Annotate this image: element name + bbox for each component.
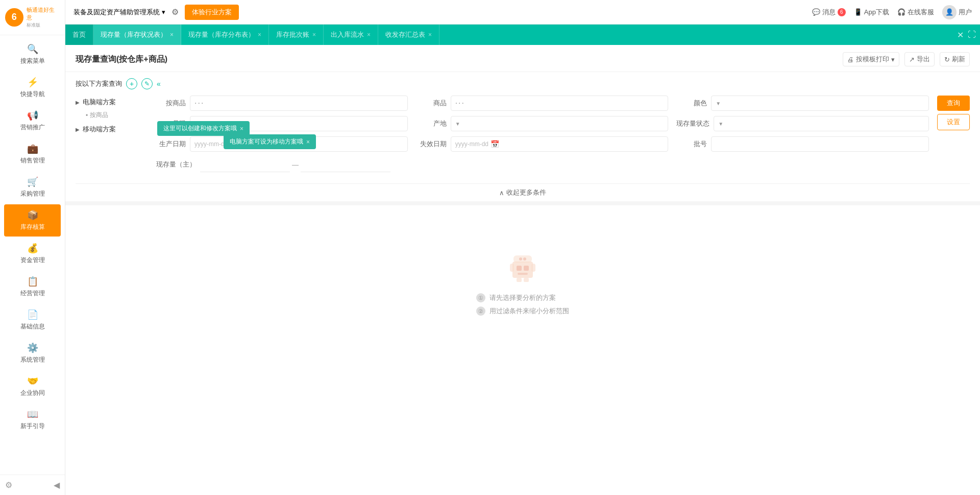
inventory-icon: 📦 xyxy=(27,209,38,221)
query-button[interactable]: 查询 xyxy=(937,96,970,111)
system-title[interactable]: 装备及固定资产辅助管理系统 ▾ xyxy=(74,8,165,17)
origin-input[interactable]: ▼ xyxy=(451,116,669,131)
color-label: 颜色 xyxy=(676,99,707,108)
sub-scheme-label: 按商品 xyxy=(90,111,108,120)
search-icon: 🔍 xyxy=(27,43,38,55)
expire-date-start[interactable]: yyyy-mm-dd 📅 xyxy=(451,136,669,152)
tab-summary[interactable]: 收发存汇总表 × xyxy=(378,25,439,45)
message-button[interactable]: 💬 消息 6 xyxy=(812,8,846,17)
filter-edit-button[interactable]: ✎ xyxy=(141,78,153,89)
category-input[interactable]: ··· xyxy=(190,96,408,111)
tab-close-icon[interactable]: × xyxy=(367,31,371,38)
empty-state: ① 请先选择要分析的方案 ② 用过滤条件来缩小分析范围 xyxy=(65,205,980,357)
category-label: 按商品 xyxy=(155,99,186,108)
collapse-row: ∧ 收起更多条件 xyxy=(76,183,970,201)
sidebar-item-basic[interactable]: 📄 基础信息 xyxy=(4,304,61,336)
filter-header: 按以下方案查询 + ✎ « 电脑方案可设为移动方案哦 × xyxy=(76,78,970,89)
svg-point-9 xyxy=(519,257,522,261)
scheme-desktop[interactable]: ▶ 电脑端方案 xyxy=(76,96,147,109)
status-input[interactable]: ▼ xyxy=(714,116,929,131)
tab-expand-icon[interactable]: ⛶ xyxy=(968,30,976,39)
cooperation-icon: 🤝 xyxy=(27,375,38,387)
goods-input[interactable]: ··· xyxy=(451,96,669,111)
origin-label: 产地 xyxy=(416,119,447,128)
date-placeholder: yyyy-mm-dd xyxy=(194,140,228,148)
refresh-icon: ↻ xyxy=(944,56,950,63)
sidebar-item-label: 营销推广 xyxy=(20,123,45,132)
batch-input[interactable] xyxy=(711,136,929,152)
dots-icon: ··· xyxy=(194,99,204,108)
sidebar-item-label: 基础信息 xyxy=(20,322,45,331)
marketing-icon: 📢 xyxy=(27,110,38,121)
tab-close-icon[interactable]: × xyxy=(428,31,432,38)
tab-close-icon[interactable]: × xyxy=(312,31,316,38)
sidebar-item-label: 销售管理 xyxy=(20,156,45,165)
app-logo: 6 畅通道好生意 标准版 xyxy=(0,0,65,35)
qty-range-start[interactable] xyxy=(200,157,290,172)
qty-range-end[interactable] xyxy=(301,157,390,172)
chevron-up-icon: ∧ xyxy=(499,189,504,197)
settings-icon[interactable]: ⚙ xyxy=(172,7,179,17)
filter-arrow-button[interactable]: « xyxy=(157,80,161,88)
filter-row-2: 尺码 ▼ 产地 ▼ 现存量状态 xyxy=(155,116,929,131)
app-badge: 标准版 xyxy=(27,22,60,29)
tooltip-close-button2[interactable]: × xyxy=(240,125,243,132)
tab-inout[interactable]: 出入库流水 × xyxy=(324,25,378,45)
experience-button[interactable]: 体验行业方案 xyxy=(185,5,239,20)
sidebar-item-inventory[interactable]: 📦 库存核算 xyxy=(4,204,61,237)
online-support-label: 在线客服 xyxy=(908,8,934,17)
scheme-desktop-label: 电脑端方案 xyxy=(83,98,116,107)
tab-close-all-icon[interactable]: ✕ xyxy=(957,30,964,40)
tooltip-close-button[interactable]: × xyxy=(306,138,310,146)
sub-scheme-按商品[interactable]: • 按商品 xyxy=(86,110,147,121)
sidebar-footer: ⚙ ◀ xyxy=(0,475,65,495)
scheme-mobile[interactable]: ▶ 移动端方案 xyxy=(76,123,147,136)
qty-range-input: — xyxy=(200,157,390,172)
svg-rect-6 xyxy=(517,278,522,282)
sidebar-item-label: 采购管理 xyxy=(20,190,45,198)
app-download-button[interactable]: 📱 App下载 xyxy=(854,8,889,17)
sidebar-item-marketing[interactable]: 📢 营销推广 xyxy=(4,105,61,137)
chevron-down-icon: ▾ xyxy=(891,56,895,63)
tab-home[interactable]: 首页 xyxy=(65,25,93,45)
color-input[interactable]: ▼ xyxy=(711,96,929,111)
sidebar: 6 畅通道好生意 标准版 🔍 搜索菜单 ⚡ 快捷导航 📢 营销推广 💼 销售管理… xyxy=(0,0,65,495)
tab-close-icon[interactable]: × xyxy=(170,31,174,38)
top-header: 装备及固定资产辅助管理系统 ▾ ⚙ 体验行业方案 💬 消息 6 📱 App下载 … xyxy=(65,0,980,25)
sidebar-item-ops[interactable]: 📋 经营管理 xyxy=(4,271,61,303)
tab-batch[interactable]: 库存批次账 × xyxy=(269,25,324,45)
sidebar-item-sales[interactable]: 💼 销售管理 xyxy=(4,138,61,170)
export-button[interactable]: ↗ 导出 xyxy=(904,52,935,66)
empty-hints: ① 请先选择要分析的方案 ② 用过滤条件来缩小分析范围 xyxy=(476,293,569,316)
collapse-button[interactable]: ∧ 收起更多条件 xyxy=(499,188,546,197)
settings-footer-button[interactable]: ⚙ xyxy=(5,480,12,490)
tab-inventory-dist[interactable]: 现存量（库存分布表） × xyxy=(181,25,269,45)
sidebar-item-guide[interactable]: 📖 新手引导 xyxy=(4,404,61,436)
sidebar-item-cooperation[interactable]: 🤝 企业协同 xyxy=(4,370,61,403)
scheme-sub-item: • 按商品 xyxy=(76,110,147,121)
reset-button[interactable]: 设置 xyxy=(937,114,970,130)
tab-batch-label: 库存批次账 xyxy=(276,30,309,39)
filter-add-button[interactable]: + xyxy=(126,78,137,89)
tab-close-icon[interactable]: × xyxy=(258,31,261,38)
collapse-sidebar-button[interactable]: ◀ xyxy=(54,480,60,490)
sidebar-item-finance[interactable]: 💰 资金管理 xyxy=(4,238,61,270)
print-template-button[interactable]: 🖨 按模板打印 ▾ xyxy=(843,52,899,66)
refresh-button[interactable]: ↻ 刷新 xyxy=(940,52,970,66)
svg-rect-4 xyxy=(510,264,514,272)
filter-field-goods: 商品 ··· xyxy=(416,96,669,111)
guide-icon: 📖 xyxy=(27,409,38,420)
basic-icon: 📄 xyxy=(27,309,38,320)
action-buttons: 查询 设置 xyxy=(937,96,970,130)
app-name: 畅通道好生意 xyxy=(27,6,60,22)
sidebar-item-purchase[interactable]: 🛒 采购管理 xyxy=(4,171,61,203)
tooltip-text: 电脑方案可设为移动方案哦 xyxy=(230,137,303,146)
sidebar-item-system[interactable]: ⚙️ 系统管理 xyxy=(4,337,61,369)
online-support-button[interactable]: 🎧 在线客服 xyxy=(897,8,934,17)
tab-inventory-status[interactable]: 现存量（库存状况表） × xyxy=(93,25,181,45)
system-title-text: 装备及固定资产辅助管理系统 xyxy=(74,8,160,17)
avatar: 👤 xyxy=(942,5,957,19)
user-button[interactable]: 👤 用户 xyxy=(942,5,972,19)
sidebar-item-search[interactable]: 🔍 搜索菜单 xyxy=(4,38,61,70)
sidebar-item-quick[interactable]: ⚡ 快捷导航 xyxy=(4,72,61,104)
